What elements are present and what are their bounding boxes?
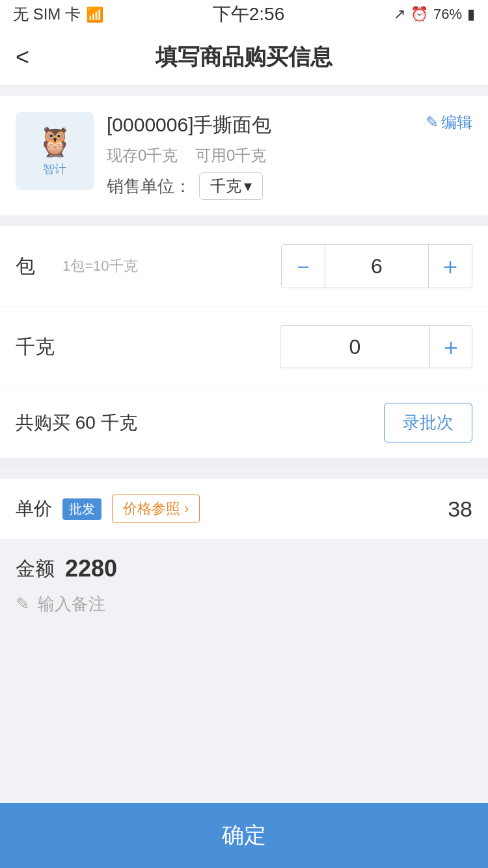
status-right: ↗ ⏰ 76% ▮ <box>394 6 475 23</box>
package-qty-controls: － ＋ <box>281 244 472 288</box>
page-title: 填写商品购买信息 <box>156 42 332 72</box>
product-header: [0000006]手撕面包 ✎ 编辑 <box>107 112 472 145</box>
status-left: 无 SIM 卡 <box>13 4 103 25</box>
package-decrement-button[interactable]: － <box>282 245 325 288</box>
battery-level: 76% <box>433 6 462 23</box>
remark-row[interactable]: ✎ 输入备注 <box>16 593 472 616</box>
record-batch-button[interactable]: 录批次 <box>384 403 472 442</box>
alarm-icon: ⏰ <box>411 6 428 23</box>
package-increment-button[interactable]: ＋ <box>429 245 472 288</box>
product-name: [0000006]手撕面包 <box>107 112 271 139</box>
kg-label: 千克 <box>16 334 55 360</box>
section-divider-2 <box>0 458 488 468</box>
total-text: 共购买 60 千克 <box>16 411 137 435</box>
battery-icon: ▮ <box>467 6 475 23</box>
section-divider-1 <box>0 215 488 226</box>
qty-section: 包 1包=10千克 － ＋ 千克 ＋ <box>0 226 488 387</box>
product-thumbnail: 🦉 智计 <box>16 112 94 190</box>
wifi-icon <box>86 5 103 23</box>
amount-row: 金额 2280 <box>16 555 472 582</box>
price-ref-button[interactable]: 价格参照 › <box>112 495 200 523</box>
price-label: 单价 <box>16 496 52 521</box>
edit-icon: ✎ <box>426 113 439 131</box>
amount-section: 金额 2280 ✎ 输入备注 <box>0 539 488 631</box>
batch-tag: 批发 <box>62 498 102 520</box>
total-row: 共购买 60 千克 录批次 <box>0 387 488 458</box>
product-unit-row: 销售单位： 千克 ▾ <box>107 172 472 200</box>
status-time: 下午2:56 <box>213 2 285 27</box>
location-icon: ↗ <box>394 6 405 23</box>
price-value: 38 <box>448 496 472 522</box>
kg-qty-input[interactable] <box>280 325 429 368</box>
kg-controls: ＋ <box>280 325 472 368</box>
sim-indicator: 无 SIM 卡 <box>13 4 81 25</box>
amount-value: 2280 <box>65 555 117 582</box>
edit-remark-icon: ✎ <box>16 594 30 614</box>
kg-qty-row: 千克 ＋ <box>0 307 488 387</box>
product-stock: 现存0千克 可用0千克 <box>107 145 472 166</box>
product-thumb-icon: 🦉 <box>37 125 73 159</box>
unit-select[interactable]: 千克 ▾ <box>199 172 263 200</box>
price-row: 单价 批发 价格参照 › 38 <box>16 495 472 523</box>
product-card: 🦉 智计 [0000006]手撕面包 ✎ 编辑 现存0千克 可用0千克 销售单位… <box>0 96 488 215</box>
package-qty-input[interactable] <box>325 245 429 288</box>
package-label: 包 <box>16 253 55 280</box>
back-button[interactable]: < <box>16 44 29 71</box>
status-bar: 无 SIM 卡 下午2:56 ↗ ⏰ 76% ▮ <box>0 0 488 29</box>
price-section: 单价 批发 价格参照 › 38 <box>0 479 488 539</box>
remark-label: 输入备注 <box>38 593 105 616</box>
confirm-button[interactable]: 确定 <box>0 803 488 868</box>
nav-bar: < 填写商品购买信息 <box>0 29 488 86</box>
package-hint: 1包=10千克 <box>62 256 281 276</box>
kg-increment-button[interactable]: ＋ <box>429 325 472 368</box>
dropdown-icon: ▾ <box>244 177 252 195</box>
edit-button[interactable]: ✎ 编辑 <box>426 112 472 133</box>
amount-label: 金额 <box>16 556 55 582</box>
product-thumb-label: 智计 <box>43 161 66 177</box>
product-info: [0000006]手撕面包 ✎ 编辑 现存0千克 可用0千克 销售单位： 千克 … <box>107 112 472 200</box>
price-left: 单价 批发 价格参照 › <box>16 495 200 523</box>
package-qty-row: 包 1包=10千克 － ＋ <box>0 226 488 307</box>
